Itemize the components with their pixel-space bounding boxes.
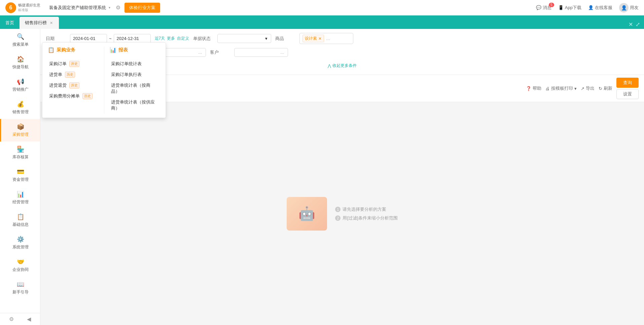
shortcut-7days[interactable]: 近7天 [155, 36, 165, 41]
search-icon: 🔍 [17, 33, 24, 40]
tab-bar-right: ✕ ⤢ [629, 21, 644, 29]
avatar: 👤 [619, 3, 629, 12]
empty-state: 🤖 1 请先选择要分析的方案 2 用[过滤]条件来缩小分析范围 [40, 102, 644, 325]
customer-select[interactable]: … [234, 48, 288, 57]
date-shortcuts: 近7天 更多 自定义 [155, 36, 189, 41]
menu-item-purchase-order[interactable]: 采购订单 历史 [48, 58, 99, 69]
print-icon: 🖨 [545, 86, 550, 91]
guide-icon: 📖 [17, 281, 24, 288]
voucher-status-select[interactable]: ▾ [217, 34, 271, 43]
goods-tag: 设计素 ✕ [302, 35, 324, 42]
brand-sub: 标准版 [18, 8, 40, 12]
tab-maximize-icon[interactable]: ⤢ [636, 21, 640, 28]
voucher-status-label: 单据状态 [193, 36, 213, 42]
system-title: 装备及固定资产辅助管理系统 ▾ ⚙ [49, 4, 120, 11]
goods-input-area[interactable]: 设计素 ✕ … [299, 33, 353, 44]
system-dropdown-arrow[interactable]: ▾ [109, 6, 110, 9]
date-range: ~ [70, 34, 151, 43]
export-button[interactable]: ↗ 导出 [581, 85, 595, 91]
menu-item-incoming[interactable]: 进货单 历史 [48, 69, 99, 80]
voucher-status-dropdown-icon: ▾ [265, 36, 267, 41]
salesperson-more-btn[interactable]: … [198, 50, 202, 55]
menu-item-return[interactable]: 进货退货 历史 [48, 80, 99, 91]
sidebar-item-system[interactable]: ⚙️ 系统管理 [0, 232, 40, 254]
sidebar-settings-btn[interactable]: ⚙ [9, 316, 14, 322]
sidebar-item-capital[interactable]: 💳 资金管理 [0, 164, 40, 187]
message-button[interactable]: 💬 消息 5 [536, 5, 551, 11]
industry-button[interactable]: 体验行业方案 [124, 3, 160, 13]
brand-name: 畅捷通好生意 [18, 3, 40, 7]
main-layout: 🔍 搜索菜单 🏠 快捷导航 📢 营销推广 💰 销售管理 📦 采购管理 🏪 库存核… [0, 29, 644, 325]
shortcut-more[interactable]: 更多 [167, 36, 175, 41]
popup-col1-title: 📋 采购业务 [48, 47, 99, 55]
date-label: 日期 [46, 36, 66, 42]
menu-item-order-stat[interactable]: 采购订单统计表 [110, 58, 160, 69]
sidebar-item-inventory[interactable]: 🏪 库存核算 [0, 141, 40, 164]
date-separator: ~ [109, 36, 112, 41]
purchase-biz-icon: 📋 [48, 47, 55, 53]
tab-bar: 首页 销售排行榜 ✕ ✕ ⤢ [0, 15, 644, 29]
sidebar-item-marketing[interactable]: 📢 营销推广 [0, 74, 40, 96]
tab-sales-rank[interactable]: 销售排行榜 ✕ [20, 17, 59, 29]
home-icon: 🏠 [17, 55, 24, 63]
menu-item-incoming-stat-goods[interactable]: 进货单统计表（按商品） [110, 80, 160, 97]
sidebar-item-guide[interactable]: 📖 新手引导 [0, 277, 40, 299]
customer-more-btn[interactable]: … [280, 50, 284, 55]
empty-tip-1: 1 请先选择要分析的方案 [335, 206, 397, 212]
sidebar-item-corp[interactable]: 🤝 企业协同 [0, 254, 40, 277]
menu-item-expense[interactable]: 采购费用分摊单 历史 [48, 91, 99, 101]
sidebar: 🔍 搜索菜单 🏠 快捷导航 📢 营销推广 💰 销售管理 📦 采购管理 🏪 库存核… [0, 29, 40, 325]
collapse-icon: ⋀ [328, 64, 331, 68]
customer-label: 客户 [210, 49, 230, 55]
settings-icon[interactable]: ⚙ [116, 4, 120, 11]
refresh-button[interactable]: ↻ 刷新 [599, 85, 612, 91]
user-menu-button[interactable]: 👤 用友 [619, 3, 639, 12]
tab-close-all-icon[interactable]: ✕ [629, 21, 633, 28]
tip-num-1: 1 [335, 207, 341, 212]
history-tag-3: 历史 [82, 93, 93, 99]
logo-icon: 6 [5, 2, 16, 13]
query-button[interactable]: 查询 [616, 78, 639, 88]
content-wrapper: 📋 采购业务 采购订单 历史 进货单 历史 进货退货 [40, 29, 644, 325]
marketing-icon: 📢 [17, 78, 24, 85]
sidebar-item-operation[interactable]: 📊 经营管理 [0, 187, 40, 209]
sidebar-item-sales[interactable]: 💰 销售管理 [0, 96, 40, 119]
system-icon: ⚙️ [17, 236, 24, 243]
tip-num-2: 2 [335, 215, 341, 221]
help-button[interactable]: ❓ 帮助 [526, 85, 541, 91]
capital-icon: 💳 [17, 168, 24, 175]
sidebar-collapse-btn[interactable]: ◀ [27, 316, 31, 322]
report-icon: 📊 [110, 47, 116, 53]
online-service-button[interactable]: 👤 在线客服 [588, 5, 612, 11]
purchase-icon: 📦 [17, 123, 24, 130]
popup-menu-inner: 📋 采购业务 采购订单 历史 进货单 历史 进货退货 [42, 47, 166, 114]
history-tag-2: 历史 [69, 82, 79, 88]
sidebar-item-purchase[interactable]: 📦 采购管理 [0, 119, 40, 141]
menu-item-order-exec[interactable]: 采购订单执行表 [110, 69, 160, 80]
print-dropdown-icon[interactable]: ▾ [574, 86, 577, 91]
tab-home[interactable]: 首页 [0, 17, 20, 29]
header-right: 💬 消息 5 📱 App下载 👤 在线客服 👤 用友 [536, 3, 639, 12]
sidebar-item-basic[interactable]: 📋 基础信息 [0, 209, 40, 232]
goods-more-btn[interactable]: … [326, 36, 330, 41]
menu-item-incoming-stat-supplier[interactable]: 进货单统计表（按供应商） [110, 97, 160, 114]
tab-close-icon[interactable]: ✕ [49, 21, 53, 25]
history-tag-1: 历史 [65, 72, 75, 78]
purchase-popup-menu: 📋 采购业务 采购订单 历史 进货单 历史 进货退货 [42, 42, 166, 118]
sidebar-item-search[interactable]: 🔍 搜索菜单 [0, 29, 40, 51]
content-area: 📋 采购业务 采购订单 历史 进货单 历史 进货退货 [40, 29, 644, 325]
print-button[interactable]: 🖨 按模板打印 ▾ [545, 85, 577, 91]
date-start-input[interactable] [70, 34, 107, 43]
operation-icon: 📊 [17, 191, 24, 198]
empty-state-inner: 🤖 1 请先选择要分析的方案 2 用[过滤]条件来缩小分析范围 [287, 197, 397, 231]
goods-tag-close[interactable]: ✕ [318, 36, 322, 41]
app-download-button[interactable]: 📱 App下载 [558, 5, 581, 11]
history-tag-0: 历史 [69, 61, 79, 67]
date-end-input[interactable] [114, 34, 151, 43]
set-button[interactable]: 设置 [616, 89, 639, 99]
sidebar-item-quick-nav[interactable]: 🏠 快捷导航 [0, 51, 40, 74]
popup-col-report: 📊 报表 采购订单统计表 采购订单执行表 进货单统计表（按商品） [104, 47, 166, 114]
shortcut-custom[interactable]: 自定义 [177, 36, 189, 41]
sales-icon: 💰 [17, 100, 24, 108]
mobile-icon: 📱 [558, 5, 564, 10]
